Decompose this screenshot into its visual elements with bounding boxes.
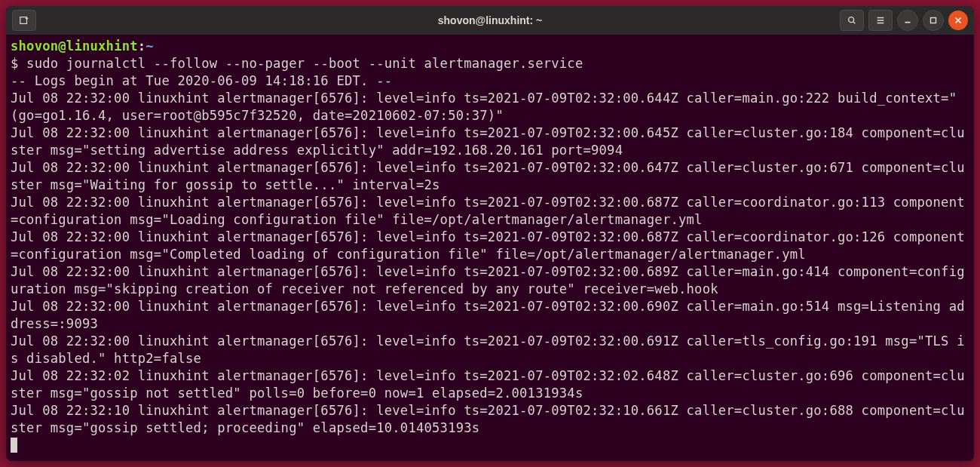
terminal-window: shovon@linuxhint: ~ <box>6 6 974 461</box>
svg-point-3 <box>849 17 854 23</box>
close-button[interactable] <box>948 11 968 30</box>
prompt-user: shovon <box>11 38 58 54</box>
titlebar: shovon@linuxhint: ~ <box>6 6 974 35</box>
menu-button[interactable] <box>868 10 893 31</box>
prompt-host: linuxhint <box>66 38 138 54</box>
command-text: sudo journalctl --follow --no-pager --bo… <box>26 56 583 71</box>
new-tab-button[interactable] <box>12 10 36 31</box>
prompt-path: ~ <box>145 38 154 54</box>
maximize-icon <box>928 15 939 26</box>
svg-line-4 <box>853 22 856 24</box>
log-output: -- Logs begin at Tue 2020-06-09 14:18:16… <box>11 73 965 435</box>
prompt-symbol: $ <box>11 56 26 71</box>
hamburger-icon <box>875 15 886 26</box>
search-icon <box>847 15 857 26</box>
terminal-cursor <box>11 438 17 453</box>
svg-rect-9 <box>931 18 936 23</box>
search-button[interactable] <box>840 10 864 31</box>
window-title: shovon@linuxhint: ~ <box>6 14 974 26</box>
terminal-body[interactable]: shovon@linuxhint:~ $ sudo journalctl --f… <box>6 35 974 461</box>
close-icon <box>953 15 963 26</box>
new-tab-icon <box>19 15 29 26</box>
minimize-icon <box>902 15 913 26</box>
prompt-colon: : <box>138 38 146 54</box>
prompt-at: @ <box>58 38 66 54</box>
maximize-button[interactable] <box>923 10 944 31</box>
minimize-button[interactable] <box>897 10 918 31</box>
